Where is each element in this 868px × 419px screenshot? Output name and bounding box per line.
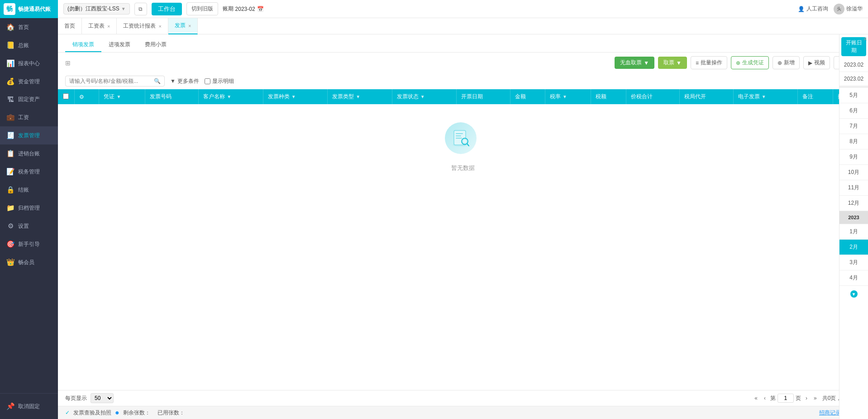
th-customer: 客户名称 ▼	[199, 89, 263, 104]
date-panel-item-2m[interactable]: 2月	[839, 240, 868, 255]
subtab-expense[interactable]: 费用小票	[138, 38, 174, 52]
archive-icon: 📁	[6, 204, 14, 212]
tab-payroll-close-icon[interactable]: ×	[107, 24, 110, 29]
content-area: 销项发票 进项发票 费用小票 ⊞ 无血取票 ▼ 取票 ▼	[58, 34, 868, 419]
th-open-date-label: 开票日期	[461, 93, 483, 100]
company-selector[interactable]: (勿删）江西股宝-LSS ▼	[63, 3, 130, 14]
date-panel-item-2023-02-2[interactable]: 2023.02	[839, 72, 868, 86]
date-panel-close-button[interactable]: ×	[863, 35, 867, 43]
no-tax-label: 无血取票	[620, 59, 642, 67]
th-settings-icon[interactable]: ⚙	[79, 94, 84, 100]
filter-icon: ▼	[170, 78, 176, 84]
search-input[interactable]	[69, 78, 151, 84]
sidebar-item-invoice-mgmt[interactable]: 🧾 发票管理	[0, 126, 58, 144]
video-button[interactable]: ▶ 视频	[803, 56, 830, 69]
calendar-icon[interactable]: 📅	[257, 6, 264, 12]
date-panel-item-12m[interactable]: 12月	[839, 196, 868, 211]
pagination-controls: « ‹ 第 页 › »	[753, 394, 818, 403]
workspace-button[interactable]: 工作台	[152, 3, 182, 15]
copy-company-button[interactable]: ⧉	[134, 3, 147, 15]
add-records-link[interactable]: 招商记录	[819, 409, 841, 417]
sidebar-label-reports: 报表中心	[18, 60, 40, 67]
date-panel-item-3m[interactable]: 3月	[839, 255, 868, 270]
prev-page-button[interactable]: ‹	[762, 394, 768, 402]
sidebar-item-ledger[interactable]: 📒 总账	[0, 36, 58, 54]
sidebar-label-closing: 结账	[18, 186, 29, 194]
th-voucher-filter-icon[interactable]: ▼	[116, 94, 121, 99]
table-header-row: ⚙ 凭证 ▼ 发票号码 客户名	[58, 89, 868, 104]
next-page-button[interactable]: ›	[804, 394, 809, 402]
sidebar-item-reports[interactable]: 📊 报表中心	[0, 54, 58, 72]
tab-payroll-stats[interactable]: 工资统计报表 ×	[117, 18, 168, 34]
sidebar-item-settings[interactable]: ⚙ 设置	[0, 217, 58, 235]
date-panel-item-7m[interactable]: 7月	[839, 119, 868, 134]
date-panel: × 开账日期 2023.02 2023.02 5月 6月 7月 8月 9月 10…	[839, 34, 868, 419]
tab-payroll[interactable]: 工资表 ×	[82, 18, 117, 34]
date-panel-item-1m[interactable]: 1月	[839, 224, 868, 240]
th-invoice-status-filter-icon[interactable]: ▼	[420, 94, 425, 99]
guide-icon: 🎯	[6, 240, 14, 248]
batch-ops-button[interactable]: ≡ 批量操作	[691, 56, 727, 69]
first-page-button[interactable]: «	[753, 394, 759, 402]
sidebar-item-sales-ledger[interactable]: 📋 进销台账	[0, 144, 58, 163]
new-button[interactable]: ⊕ 新增	[773, 56, 800, 69]
th-voucher-label: 凭证	[104, 93, 114, 101]
page-number-input[interactable]	[777, 394, 794, 403]
date-panel-item-9m[interactable]: 9月	[839, 149, 868, 165]
date-panel-item-11m[interactable]: 11月	[839, 180, 868, 196]
main-area: (勿删）江西股宝-LSS ▼ ⧉ 工作台 切到旧版 账期 2023-02 📅 👤…	[58, 0, 868, 419]
date-panel-item-6m[interactable]: 6月	[839, 103, 868, 119]
subtab-purchase[interactable]: 进项发票	[101, 38, 138, 52]
date-panel-item-8m[interactable]: 8月	[839, 134, 868, 149]
th-electronic-filter-icon[interactable]: ▼	[762, 94, 766, 99]
sidebar-item-funds[interactable]: 💰 资金管理	[0, 72, 58, 91]
th-customer-filter-icon[interactable]: ▼	[227, 94, 231, 99]
th-invoice-type-filter-icon[interactable]: ▼	[291, 94, 296, 99]
open-date-button[interactable]: 开账日期	[841, 37, 866, 56]
old-version-button[interactable]: 切到旧版	[186, 2, 218, 15]
tab-payroll-stats-close-icon[interactable]: ×	[158, 24, 161, 29]
remaining-label: 剩余张数：	[123, 409, 150, 417]
tab-invoice-close-icon[interactable]: ×	[188, 23, 191, 29]
tax-button[interactable]: 取票 ▼	[658, 57, 687, 69]
empty-state: 暂无数据	[58, 104, 868, 190]
sidebar-item-payroll[interactable]: 💼 工资	[0, 108, 58, 126]
th-tax-rate-label: 税率	[550, 93, 561, 101]
sidebar-item-closing[interactable]: 🔒 结账	[0, 181, 58, 199]
date-panel-expand-button[interactable]: ▼	[850, 290, 858, 298]
sidebar-item-home[interactable]: 🏠 首页	[0, 18, 58, 36]
sidebar-item-member[interactable]: 👑 畅会员	[0, 253, 58, 271]
subtab-sales[interactable]: 销项发票	[65, 38, 101, 52]
service-button[interactable]: 👤 人工咨询	[798, 5, 828, 13]
tab-home[interactable]: 首页	[58, 18, 82, 34]
sidebar-item-assets[interactable]: 🏗 固定资产	[0, 91, 58, 108]
show-detail-checkbox[interactable]	[205, 78, 210, 84]
service-icon: 👤	[798, 6, 805, 12]
date-panel-item-2023-02-1[interactable]: 2023.02	[839, 58, 868, 72]
sidebar-item-unpin[interactable]: 📌 取消固定	[0, 397, 58, 415]
no-tax-button[interactable]: 无血取票 ▼	[615, 57, 654, 69]
per-page-select[interactable]: 50 10 20 100	[91, 393, 114, 403]
generate-voucher-button[interactable]: ⊕ 生成凭证	[731, 56, 769, 69]
tax-mgmt-icon: 📝	[6, 168, 14, 176]
sidebar-item-guide[interactable]: 🎯 新手引导	[0, 235, 58, 253]
date-panel-item-10m[interactable]: 10月	[839, 165, 868, 180]
date-panel-year-2023[interactable]: 2023	[839, 211, 868, 224]
sidebar-item-tax-mgmt[interactable]: 📝 税务管理	[0, 163, 58, 181]
page-info: 第 页	[770, 394, 801, 403]
th-tax-rate-filter-icon[interactable]: ▼	[563, 94, 567, 99]
tab-invoice[interactable]: 发票 ×	[168, 18, 198, 34]
th-settings: ⚙	[74, 89, 99, 104]
more-conditions-button[interactable]: ▼ 更多条件	[170, 77, 199, 85]
date-panel-item-5m[interactable]: 5月	[839, 88, 868, 103]
sidebar-label-unpin: 取消固定	[18, 403, 40, 410]
check-label: 发票查验及拍照	[73, 409, 111, 417]
sidebar-item-archive[interactable]: 📁 归档管理	[0, 199, 58, 217]
date-panel-item-4m[interactable]: 4月	[839, 270, 868, 286]
th-invoice-category-filter-icon[interactable]: ▼	[356, 94, 360, 99]
user-button[interactable]: 头 徐溢华	[834, 4, 863, 14]
select-all-checkbox[interactable]	[63, 93, 69, 99]
last-page-button[interactable]: »	[812, 394, 819, 402]
grid-view-icon[interactable]: ⊞	[65, 59, 71, 67]
show-detail-label[interactable]: 显示明细	[205, 77, 234, 85]
